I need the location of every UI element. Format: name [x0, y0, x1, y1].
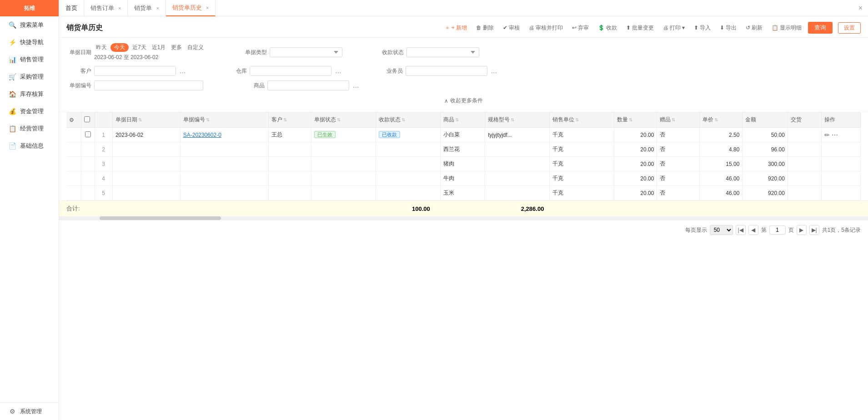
sidebar-item-system[interactable]: ⚙ 系统管理: [0, 403, 59, 420]
col-header-customer[interactable]: 客户⇅: [268, 112, 311, 128]
refresh-button[interactable]: ↺ 刷新: [743, 23, 765, 33]
sidebar-item-sales[interactable]: 📊 销售管理: [0, 51, 59, 68]
query-button[interactable]: 查询: [808, 22, 833, 34]
next-page-btn[interactable]: ▶: [797, 225, 807, 235]
horizontal-scrollbar[interactable]: [59, 216, 868, 220]
customer-dots[interactable]: ...: [180, 67, 186, 75]
sidebar-item-label: 采购管理: [20, 73, 44, 81]
payment-select[interactable]: [406, 47, 479, 57]
col-header-check[interactable]: [81, 112, 95, 128]
cell-docno[interactable]: [180, 157, 268, 171]
staff-label: 业务员: [378, 67, 403, 75]
goods-dots[interactable]: ...: [353, 81, 359, 90]
close-tab-sales-order[interactable]: ×: [118, 5, 121, 11]
cell-unitprice: 46.00: [700, 171, 743, 186]
date-btn-7days[interactable]: 近7天: [130, 43, 148, 52]
warehouse-dots[interactable]: ...: [335, 67, 341, 75]
abandon-button[interactable]: ↩ 弃审: [569, 23, 592, 33]
tab-sales-goods[interactable]: 销货单 ×: [128, 0, 166, 16]
sidebar-item-inventory[interactable]: 🏠 库存核算: [0, 85, 59, 103]
customer-input[interactable]: [94, 66, 176, 76]
cell-check[interactable]: [81, 171, 95, 186]
sidebar-item-search[interactable]: 🔍 搜索菜单: [0, 16, 59, 34]
tab-home[interactable]: 首页: [59, 0, 84, 16]
page-number-input[interactable]: [769, 225, 786, 235]
col-header-paymentstatus[interactable]: 收款状态⇅: [376, 112, 441, 128]
edit-icon[interactable]: ✏: [824, 131, 830, 139]
date-btn-more[interactable]: 更多: [169, 43, 184, 52]
close-tab-sales-history[interactable]: ×: [206, 5, 209, 10]
close-tab-sales-goods[interactable]: ×: [156, 5, 159, 11]
table-row: 3猪肉千克20.00否15.00300.00: [66, 157, 861, 171]
first-page-btn[interactable]: |◀: [736, 225, 746, 235]
settings-button[interactable]: 设置: [838, 22, 861, 34]
cell-docno[interactable]: SA-20230602-0: [180, 128, 268, 142]
cell-check[interactable]: [81, 186, 95, 200]
col-header-amount[interactable]: 金额: [743, 112, 788, 128]
scroll-thumb[interactable]: [100, 216, 221, 220]
col-header-unitprice[interactable]: 单价⇅: [700, 112, 743, 128]
sidebar-item-finance[interactable]: 💰 资金管理: [0, 103, 59, 120]
warehouse-input[interactable]: [250, 66, 331, 76]
audit-print-button[interactable]: 🖨 审核并打印: [526, 23, 566, 33]
date-btn-today[interactable]: 今天: [110, 43, 129, 52]
import-button[interactable]: ⬆ 导入: [691, 23, 713, 33]
audit-button[interactable]: ✔ 审核: [500, 23, 522, 33]
cell-docno[interactable]: [180, 142, 268, 157]
sidebar-item-purchase[interactable]: 🛒 采购管理: [0, 68, 59, 85]
cell-check[interactable]: [81, 128, 95, 142]
collapse-button[interactable]: ∧ 收起更多条件: [66, 95, 861, 106]
staff-input[interactable]: [406, 66, 487, 76]
col-header-docdate[interactable]: 单据日期⇅: [112, 112, 180, 128]
cell-docno[interactable]: [180, 186, 268, 200]
display-button[interactable]: 📋 显示明细: [769, 23, 804, 33]
sidebar-item-baseinfo[interactable]: 📄 基础信息: [0, 137, 59, 155]
page-content: 销货单历史 ＋ + 新增 🗑 删除 ✔ 审核 🖨 审核并打印: [59, 16, 868, 420]
cell-unit: 千克: [550, 171, 614, 186]
print-button[interactable]: 🖨 打印 ▾: [660, 23, 687, 33]
check-all[interactable]: [84, 116, 90, 122]
close-all-tabs[interactable]: ×: [853, 4, 868, 12]
export-button[interactable]: ⬇ 导出: [717, 23, 739, 33]
col-header-spec[interactable]: 规格型号⇅: [485, 112, 550, 128]
col-header-gift[interactable]: 赠品⇅: [657, 112, 700, 128]
cell-goods: 西兰花: [441, 142, 485, 157]
goods-input[interactable]: [267, 80, 349, 90]
cell-docdate: [112, 171, 180, 186]
prev-page-btn[interactable]: ◀: [748, 225, 758, 235]
docno-input[interactable]: [94, 80, 203, 90]
sidebar-item-label: 快捷导航: [20, 38, 44, 46]
sidebar-item-label: 基础信息: [20, 142, 44, 150]
sidebar-item-operations[interactable]: 📋 经营管理: [0, 120, 59, 137]
tab-sales-history[interactable]: 销货单历史 ×: [166, 0, 216, 16]
refresh-icon: ↺: [746, 25, 750, 31]
col-header-settings[interactable]: ⚙: [66, 112, 81, 128]
new-button[interactable]: ＋ + 新增: [442, 23, 470, 33]
cell-customer: [268, 142, 311, 157]
sidebar-item-quicknav[interactable]: ⚡ 快捷导航: [0, 34, 59, 51]
more-icon[interactable]: ⋯: [832, 131, 838, 139]
sidebar-item-label: 搜索菜单: [20, 21, 44, 29]
date-btn-yesterday[interactable]: 昨天: [94, 43, 109, 52]
col-header-qty[interactable]: 数量⇅: [614, 112, 657, 128]
page-size-select[interactable]: 50 100: [710, 225, 733, 235]
col-header-docno[interactable]: 单据编号⇅: [180, 112, 268, 128]
date-btn-custom[interactable]: 自定义: [186, 43, 206, 52]
cell-check[interactable]: [81, 142, 95, 157]
last-page-btn[interactable]: ▶|: [809, 225, 819, 235]
tab-sales-order[interactable]: 销售订单 ×: [84, 0, 128, 16]
cell-unitprice: 46.00: [700, 186, 743, 200]
table-row: 12023-06-02SA-20230602-0王总已生效已收款小白菜tyjyj…: [66, 128, 861, 142]
staff-dots[interactable]: ...: [491, 67, 497, 75]
cell-docno[interactable]: [180, 171, 268, 186]
col-header-goods[interactable]: 商品⇅: [441, 112, 485, 128]
batch-change-button[interactable]: ⬆ 批量变更: [623, 23, 657, 33]
cell-check[interactable]: [81, 157, 95, 171]
doc-type-select[interactable]: [270, 47, 342, 57]
collect-button[interactable]: 💲 收款: [595, 23, 620, 33]
date-btn-1month[interactable]: 近1月: [150, 43, 168, 52]
col-header-unit[interactable]: 销售单位⇅: [550, 112, 614, 128]
date-label: 单据日期: [66, 49, 91, 56]
col-header-docstatus[interactable]: 单据状态⇅: [311, 112, 376, 128]
delete-button[interactable]: 🗑 删除: [473, 23, 497, 33]
